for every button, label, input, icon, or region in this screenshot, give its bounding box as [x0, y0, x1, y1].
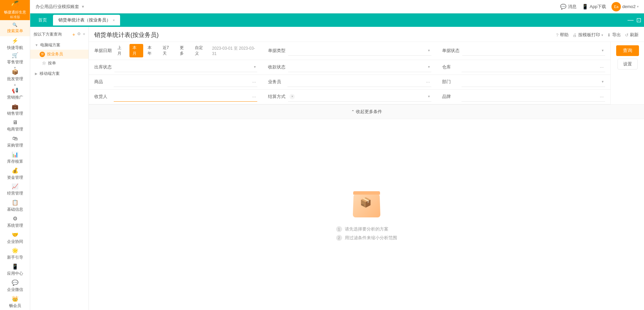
user-name: demo2 — [622, 4, 636, 9]
department-arrow-icon: ▾ — [602, 80, 604, 84]
date-btn-thisyear[interactable]: 本年 — [145, 44, 158, 57]
sidebar-item-member[interactable]: 👑 畅会员 — [0, 294, 30, 310]
sidebar-item-system[interactable]: ⚙ 系统管理 — [0, 214, 30, 230]
scheme-item-order[interactable]: 分 按单 — [30, 59, 89, 68]
help-btn[interactable]: ? 帮助 — [556, 32, 569, 38]
filter-salesperson-field[interactable]: ··· — [287, 77, 431, 87]
tab-sales-stat[interactable]: 销货单统计表（按业务员） × — [53, 15, 120, 25]
sidebar-item-sales[interactable]: 💼 销售管理 — [0, 102, 30, 118]
message-icon: 💬 — [560, 4, 567, 10]
filter-receiver-label: 收货人 — [94, 94, 111, 100]
filter-settlement-cell: 结算方式 × ▾ — [263, 90, 436, 104]
left-panel-actions: + ⚙ « — [72, 32, 85, 37]
sidebar-item-enterprise[interactable]: 🤝 企业协同 — [0, 230, 30, 246]
sidebar-item-appcenter[interactable]: 📱 应用中心 — [0, 262, 30, 278]
filter-doctype-label: 单据类型 — [268, 48, 285, 54]
filter-department-field[interactable]: ▾ — [462, 77, 605, 87]
date-btn-custom[interactable]: 自定义 — [192, 44, 209, 57]
appcenter-icon: 📱 — [12, 263, 18, 270]
app-logo: 🍊 畅捷通好生意 标准版 — [0, 0, 30, 20]
scheme-item-salesperson[interactable]: 按 按业务员 — [30, 50, 89, 59]
refresh-btn[interactable]: ↺ 刷新 — [625, 32, 639, 38]
tab-minimize-icon[interactable]: — — [628, 16, 634, 24]
page-header: 销货单统计表(按业务员) ? 帮助 🖨 按模板打印 ▾ ⬇ 导出 — [89, 27, 644, 42]
filter-settlement-field[interactable]: × ▾ — [288, 92, 431, 102]
settings-button[interactable]: 设置 — [618, 59, 638, 69]
sidebar-item-operation[interactable]: 📈 经营管理 — [0, 182, 30, 198]
sidebar-item-wholesale[interactable]: 📦 批发管理 ▲ — [0, 69, 30, 86]
print-btn[interactable]: 🖨 按模板打印 ▾ — [573, 32, 603, 38]
main-area: 办公用品行业模拟账套 ▾ 💬 消息 📱 App下载 Ea demo2 ▾ 首页 … — [30, 0, 644, 310]
filter-receiver-field[interactable]: ··· — [114, 92, 257, 102]
filter-brand-field[interactable]: ··· — [462, 92, 605, 102]
filter-outstatus-field[interactable]: ▾ — [114, 62, 257, 72]
scheme-settings-icon[interactable]: ⚙ — [77, 32, 81, 37]
print-arrow-icon: ▾ — [601, 33, 603, 37]
sidebar-item-marketing[interactable]: 📢 营销推广 — [0, 86, 30, 102]
tab-home-label: 首页 — [38, 17, 47, 23]
salesperson-dots-icon[interactable]: ··· — [426, 79, 430, 85]
receiver-dots-icon[interactable]: ··· — [252, 94, 256, 99]
export-label: 导出 — [612, 32, 621, 38]
filter-warehouse-cell: 仓库 ··· — [437, 60, 610, 74]
scheme-collapse-icon[interactable]: « — [83, 32, 85, 37]
tabs-right-actions: — ⊡ — [628, 16, 641, 24]
date-btn-lastmonth[interactable]: 上月 — [114, 44, 128, 57]
left-panel-title: 按以下方案查询 — [34, 32, 62, 37]
filter-doctype-field[interactable]: ▾ — [288, 46, 431, 56]
tab-maximize-icon[interactable]: ⊡ — [636, 16, 641, 24]
sidebar-item-inventory[interactable]: 📊 库存核算 — [0, 150, 30, 166]
topbar-left: 办公用品行业模拟账套 ▾ — [36, 4, 84, 10]
scheme-group-mobile: ▶ 移动端方案 — [30, 69, 89, 78]
sidebar-enterprise-label: 企业协同 — [7, 239, 23, 245]
settlement-clear-btn[interactable]: × — [289, 94, 295, 99]
warehouse-dots-icon[interactable]: ··· — [600, 64, 604, 70]
basic-icon: 📋 — [12, 199, 18, 206]
sidebar-item-wechat[interactable]: 💬 企业微信 — [0, 278, 30, 294]
export-btn[interactable]: ⬇ 导出 — [607, 32, 621, 38]
message-btn[interactable]: 💬 消息 — [560, 4, 577, 10]
topbar: 办公用品行业模拟账套 ▾ 💬 消息 📱 App下载 Ea demo2 ▾ — [30, 0, 644, 13]
sidebar-item-search[interactable]: 🔍 搜索菜单 — [0, 20, 30, 36]
sidebar-wechat-label: 企业微信 — [7, 287, 23, 293]
filter-goods-field[interactable]: ··· — [114, 77, 257, 87]
salesperson-scheme-label: 按业务员 — [47, 51, 63, 57]
logo-sub: 标准版 — [10, 15, 20, 19]
filter-receiptstatus-label: 收款状态 — [268, 64, 285, 70]
salesperson-scheme-icon: 按 — [40, 52, 45, 57]
sidebar-item-purchase[interactable]: 🛍 采购管理 — [0, 134, 30, 150]
date-range-text: 2023-03-01 至 2023-03-31 — [212, 46, 257, 56]
sidebar-item-retail[interactable]: 🛒 零售管理 ▼ — [0, 52, 30, 69]
filter-docstatus-field[interactable]: ▾ — [462, 46, 605, 56]
settlement-arrow-icon: ▾ — [428, 94, 430, 99]
sidebar-item-ecommerce[interactable]: 🖥 电商管理 — [0, 118, 30, 134]
query-button[interactable]: 查询 — [616, 45, 639, 56]
collapse-conditions-btn[interactable]: ⌃ 收起更多条件 — [347, 107, 386, 116]
filter-settlement-label: 结算方式 — [268, 94, 285, 100]
sidebar-item-newbie[interactable]: 🌟 新手引导 — [0, 246, 30, 262]
enterprise-icon: 🤝 — [12, 231, 18, 238]
mobile-scheme-title[interactable]: ▶ 移动端方案 — [30, 69, 89, 78]
date-btn-7days[interactable]: 近7天 — [160, 44, 175, 57]
sidebar-item-finance[interactable]: 💰 资金管理 — [0, 166, 30, 182]
filter-warehouse-field[interactable]: ··· — [462, 62, 605, 72]
docstatus-arrow-icon: ▾ — [602, 48, 604, 53]
sidebar-marketing-label: 营销推广 — [7, 95, 23, 100]
tab-home[interactable]: 首页 — [33, 15, 52, 25]
brand-dots-icon[interactable]: ··· — [600, 94, 604, 99]
filter-brand-label: 品牌 — [442, 94, 459, 100]
filter-receiptstatus-field[interactable]: ▾ — [288, 62, 431, 72]
date-btn-thismonth[interactable]: 本月 — [129, 44, 143, 57]
add-scheme-btn[interactable]: + — [72, 32, 75, 37]
workspace-dropdown-icon[interactable]: ▾ — [82, 4, 84, 9]
user-menu[interactable]: Ea demo2 ▾ — [611, 2, 639, 11]
desktop-scheme-title[interactable]: ▼ 电脑端方案 — [30, 41, 89, 50]
app-download-btn[interactable]: 📱 App下载 — [582, 4, 606, 10]
filter-section: 单据日期 上月 本月 本年 近7天 更多 自定义 2023-03-01 至 20… — [89, 42, 644, 119]
date-btn-more[interactable]: 更多 — [177, 44, 191, 57]
help-label: 帮助 — [560, 32, 569, 38]
sidebar-item-basic[interactable]: 📋 基础信息 — [0, 198, 30, 214]
tab-close-icon[interactable]: × — [113, 18, 115, 22]
sidebar-item-quicknav[interactable]: ⚡ 快捷导航 — [0, 36, 30, 52]
goods-dots-icon[interactable]: ··· — [252, 79, 256, 85]
